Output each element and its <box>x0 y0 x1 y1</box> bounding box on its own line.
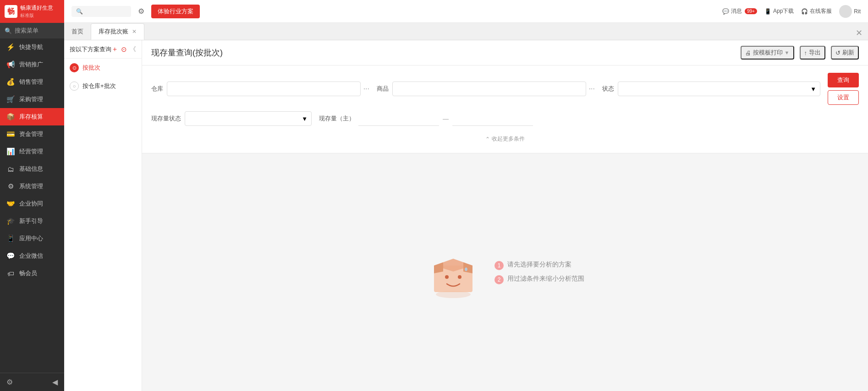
app-title: 畅康通好生意 <box>20 4 53 12</box>
left-panel-header: 按以下方案查询 ＋ ⊙ 《 <box>64 40 142 59</box>
empty-tip-1: 1 请先选择要分析的方案 <box>494 261 584 270</box>
export-btn[interactable]: ↑ 导出 <box>800 46 826 60</box>
sidebar-item-label: 采购管理 <box>19 95 43 103</box>
right-content: 现存量查询(按批次) 🖨 按模板打印 ▼ ↑ 导出 ↺ 刷新 <box>142 40 868 391</box>
empty-tip-2-text: 用过滤条件来缩小分析范围 <box>507 275 584 283</box>
sidebar-item-member[interactable]: 🏷 畅会员 <box>0 265 64 282</box>
settings-icon[interactable]: ⚙ <box>6 378 13 386</box>
basic-icon: 🗂 <box>6 165 15 173</box>
sidebar-nav: ⚡ 快捷导航 📢 营销推广 💰 销售管理 🛒 采购管理 📦 库存核算 💳 资金管… <box>0 38 64 373</box>
app-download-action[interactable]: 📱 App下载 <box>764 7 794 15</box>
sidebar-item-marketing[interactable]: 📢 营销推广 <box>0 56 64 73</box>
sidebar-item-finance[interactable]: 💳 资金管理 <box>0 125 64 143</box>
sidebar-item-inventory[interactable]: 📦 库存核算 <box>0 108 64 125</box>
message-label: 消息 <box>731 7 742 15</box>
online-service-label: 在线客服 <box>810 7 832 15</box>
sidebar-item-operation[interactable]: 📊 经营管理 <box>0 143 64 160</box>
sidebar-item-label: 系统管理 <box>19 182 43 190</box>
warehouse-input[interactable] <box>167 81 361 96</box>
message-action[interactable]: 💬 消息 99+ <box>722 7 757 15</box>
topbar-search[interactable]: 🔍 <box>71 6 131 17</box>
purchase-icon: 🛒 <box>6 95 15 103</box>
plan-batch-label: 按批次 <box>82 64 100 72</box>
collapse-left-panel-icon[interactable]: 《 <box>130 45 136 54</box>
goods-input[interactable] <box>392 81 586 96</box>
plan-batch-icon: ⊙ <box>70 63 79 72</box>
print-template-btn[interactable]: 🖨 按模板打印 ▼ <box>741 46 794 60</box>
search-icon: 🔍 <box>76 8 83 15</box>
sidebar-item-sales[interactable]: 💰 销售管理 <box>0 73 64 91</box>
empty-tip-2: 2 用过滤条件来缩小分析范围 <box>494 275 584 284</box>
print-template-label: 按模板打印 <box>753 49 783 57</box>
tab-close-icon[interactable]: ✕ <box>132 28 137 35</box>
sidebar-item-label: 销售管理 <box>19 78 43 86</box>
sidebar-search[interactable]: 🔍 搜索菜单 <box>0 23 64 38</box>
headset-icon: 🎧 <box>801 8 808 15</box>
sidebar-search-label: 搜索菜单 <box>15 27 38 35</box>
sidebar-item-label: 基础信息 <box>19 165 43 173</box>
inv-status-dropdown-icon: ▼ <box>302 115 308 122</box>
warehouse-label: 仓库 <box>151 85 163 93</box>
tip-num-1: 1 <box>494 261 504 270</box>
trial-btn[interactable]: 体验行业方案 <box>151 5 200 18</box>
left-panel: 按以下方案查询 ＋ ⊙ 《 ⊙ 按批次 ○ 按仓库+批次 <box>64 40 142 391</box>
sidebar-item-quick-nav[interactable]: ⚡ 快捷导航 <box>0 38 64 56</box>
sidebar-item-purchase[interactable]: 🛒 采购管理 <box>0 91 64 108</box>
refresh-label: 刷新 <box>842 49 854 57</box>
sidebar-item-system[interactable]: ⚙ 系统管理 <box>0 178 64 195</box>
empty-state: 1 请先选择要分析的方案 2 用过滤条件来缩小分析范围 <box>142 153 868 391</box>
sidebar-item-label: 企业协同 <box>19 200 43 208</box>
status-label: 状态 <box>602 85 614 93</box>
inventory-main-start[interactable] <box>358 111 439 126</box>
tab-home[interactable]: 首页 <box>64 23 91 40</box>
inventory-main-field: 现存量（主） — <box>319 111 502 126</box>
page-title: 现存量查询(按批次) <box>151 47 223 58</box>
plan-by-batch[interactable]: ⊙ 按批次 <box>64 59 142 77</box>
sidebar-item-app-center[interactable]: 📱 应用中心 <box>0 230 64 247</box>
sales-icon: 💰 <box>6 78 15 86</box>
refresh-btn[interactable]: ↺ 刷新 <box>831 46 859 60</box>
topbar-gear-icon[interactable]: ⚙ <box>135 5 148 18</box>
plan-warehouse-batch-label: 按仓库+批次 <box>82 82 116 90</box>
close-panel-icon[interactable]: ✕ <box>854 26 864 40</box>
add-plan-icon[interactable]: ＋ <box>111 45 118 54</box>
inventory-main-end[interactable] <box>452 111 533 126</box>
message-icon: 💬 <box>722 8 729 15</box>
sidebar-item-guide[interactable]: 🎓 新手引导 <box>0 212 64 230</box>
empty-illustration <box>426 245 481 300</box>
settings-btn[interactable]: 设置 <box>828 90 859 105</box>
guide-icon: 🎓 <box>6 217 15 225</box>
user-action[interactable]: Rit <box>839 5 861 18</box>
sidebar-bottom: ⚙ ◀ <box>0 373 64 391</box>
filter-area: 仓库 ··· 商品 ··· 状态 ▼ <box>142 65 868 153</box>
operation-icon: 📊 <box>6 147 15 156</box>
plan-by-warehouse-batch[interactable]: ○ 按仓库+批次 <box>64 77 142 95</box>
status-select[interactable]: ▼ <box>618 81 820 96</box>
print-dropdown-icon: ▼ <box>785 50 790 55</box>
sidebar-item-wechat[interactable]: 💬 企业微信 <box>0 247 64 265</box>
goods-label: 商品 <box>377 85 389 93</box>
sidebar-item-enterprise[interactable]: 🤝 企业协同 <box>0 195 64 212</box>
online-service-action[interactable]: 🎧 在线客服 <box>801 7 832 15</box>
collapse-sidebar-icon[interactable]: ◀ <box>52 378 58 386</box>
warehouse-field: 仓库 ··· <box>151 81 369 96</box>
finance-icon: 💳 <box>6 130 15 138</box>
sidebar-item-basic[interactable]: 🗂 基础信息 <box>0 160 64 178</box>
inventory-status-select[interactable]: ▼ <box>185 111 312 126</box>
query-btn[interactable]: 查询 <box>828 73 859 87</box>
sidebar-item-label: 资金管理 <box>19 130 43 138</box>
tab-inventory-batch[interactable]: 库存批次账 ✕ <box>91 23 144 40</box>
goods-dots[interactable]: ··· <box>589 85 595 93</box>
svg-marker-4 <box>463 262 472 273</box>
collapse-more-btn[interactable]: ⌃ 收起更多条件 <box>151 132 859 146</box>
svg-point-6 <box>458 275 461 279</box>
empty-tip-1-text: 请先选择要分析的方案 <box>507 261 571 269</box>
tab-home-label: 首页 <box>71 27 83 36</box>
export-icon: ↑ <box>804 49 808 56</box>
topbar-right: 💬 消息 99+ 📱 App下载 🎧 在线客服 Rit <box>722 5 861 18</box>
sidebar-item-label: 库存核算 <box>19 113 43 121</box>
sidebar: 畅 畅康通好生意 标准版 🔍 搜索菜单 ⚡ 快捷导航 📢 营销推广 💰 销售管理… <box>0 0 64 391</box>
settings-plan-icon[interactable]: ⊙ <box>121 45 127 54</box>
warehouse-dots[interactable]: ··· <box>363 85 369 93</box>
app-logo: 畅 <box>5 5 17 18</box>
